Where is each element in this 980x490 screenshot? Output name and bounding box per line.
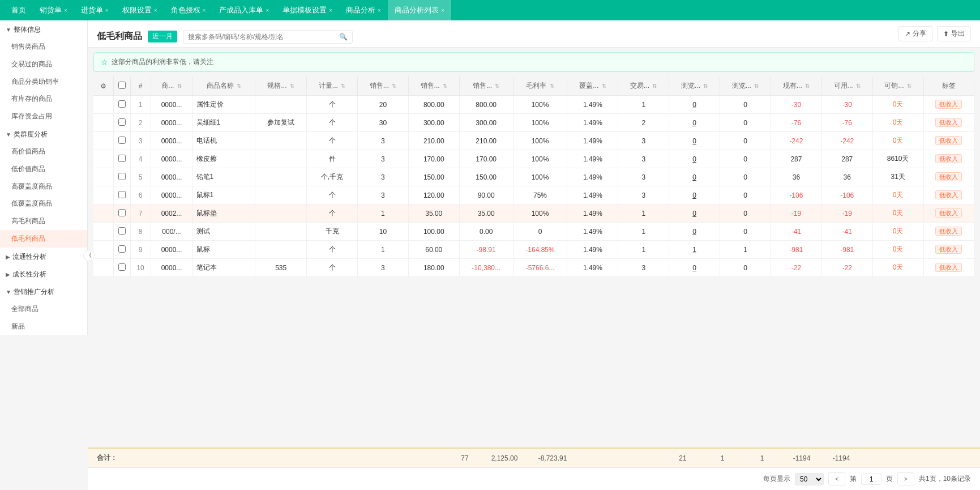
name-col-header[interactable]: 商品名称 ⇅: [192, 76, 255, 96]
current-col-header[interactable]: 现有... ⇅: [771, 76, 821, 96]
nav-close-icon[interactable]: ×: [203, 7, 206, 14]
sidebar-item-商品分类助销率[interactable]: 商品分类助销率: [0, 73, 87, 91]
cover-rate-col-header[interactable]: 覆盖... ⇅: [567, 76, 618, 96]
sales-amount-col-header[interactable]: 销售... ⇅: [459, 76, 513, 96]
checkbox-cell[interactable]: [113, 96, 130, 114]
share-button[interactable]: ↗ 分享: [898, 26, 932, 41]
gross-rate-col-header[interactable]: 毛利率 ⇅: [513, 76, 567, 96]
index-col-header[interactable]: #: [130, 76, 151, 96]
nav-close-icon[interactable]: ×: [441, 7, 444, 14]
sidebar-section-整体信息[interactable]: ▼整体信息: [0, 20, 87, 38]
nav-item-商品分析列表[interactable]: 商品分析列表×: [388, 0, 451, 20]
code-col-header[interactable]: 商... ⇅: [151, 76, 192, 96]
name-cell[interactable]: 鼠标垫: [192, 204, 255, 223]
sidebar-item-高覆盖度商品[interactable]: 高覆盖度商品: [0, 178, 87, 195]
view1-cell[interactable]: 0: [669, 150, 720, 168]
view1-cell[interactable]: 0: [669, 223, 720, 241]
nav-close-icon[interactable]: ×: [378, 7, 381, 14]
nav-item-销货单[interactable]: 销货单×: [33, 0, 74, 20]
sidebar-section-营销推广分析[interactable]: ▼营销推广分析: [0, 283, 87, 300]
search-input[interactable]: [188, 33, 339, 41]
unit-col-header[interactable]: 计量... ⇅: [307, 76, 358, 96]
view1-cell[interactable]: 0: [669, 259, 720, 277]
nav-item-产成品入库单[interactable]: 产成品入库单×: [212, 0, 276, 20]
checkbox-cell[interactable]: [113, 241, 130, 259]
sidebar-item-交易过的商品[interactable]: 交易过的商品: [0, 56, 87, 73]
sidebar-collapse-button[interactable]: 《: [83, 250, 95, 261]
nav-close-icon[interactable]: ×: [105, 7, 109, 14]
available-col-header[interactable]: 可用... ⇅: [821, 76, 872, 96]
page-size-select[interactable]: 50 100 200: [795, 473, 824, 485]
view1-col-header[interactable]: 浏览... ⇅: [669, 76, 720, 96]
nav-item-首页[interactable]: 首页: [5, 0, 33, 20]
prev-page-button[interactable]: ＜: [828, 472, 845, 485]
view1-cell[interactable]: 0: [669, 96, 720, 114]
select-all-checkbox[interactable]: [118, 82, 126, 89]
checkbox-cell[interactable]: [113, 223, 130, 241]
view2-col-header[interactable]: 浏览... ⇅: [720, 76, 771, 96]
view1-cell[interactable]: 0: [669, 186, 720, 204]
view1-cell[interactable]: 0: [669, 168, 720, 186]
row-checkbox[interactable]: [118, 173, 126, 180]
name-cell[interactable]: 电话机: [192, 132, 255, 150]
view1-cell[interactable]: 0: [669, 114, 720, 132]
view1-cell[interactable]: 0: [669, 132, 720, 150]
trade-col-header[interactable]: 交易... ⇅: [618, 76, 669, 96]
name-cell[interactable]: 笔记本: [192, 259, 255, 277]
sidebar-section-流通性分析[interactable]: ▶流通性分析: [0, 248, 87, 265]
nav-item-商品分析[interactable]: 商品分析×: [339, 0, 388, 20]
tag-col-header[interactable]: 标签: [923, 76, 974, 96]
sidebar-item-低毛利商品[interactable]: 低毛利商品: [0, 230, 87, 248]
export-button[interactable]: ⬆ 导出: [937, 26, 971, 41]
sidebar-item-库存资金占用[interactable]: 库存资金占用: [0, 108, 87, 125]
salable-col-header[interactable]: 可销... ⇅: [872, 76, 923, 96]
name-cell[interactable]: 测试: [192, 223, 255, 241]
row-checkbox[interactable]: [118, 245, 126, 253]
row-checkbox[interactable]: [118, 227, 126, 235]
next-page-button[interactable]: ＞: [897, 472, 914, 485]
view1-cell[interactable]: 0: [669, 204, 720, 223]
sidebar-item-全部商品[interactable]: 全部商品: [0, 300, 87, 318]
sidebar-item-高价值商品[interactable]: 高价值商品: [0, 143, 87, 160]
row-checkbox[interactable]: [118, 209, 126, 216]
view1-cell[interactable]: 1: [669, 241, 720, 259]
sidebar-item-低覆盖度商品[interactable]: 低覆盖度商品: [0, 195, 87, 212]
name-cell[interactable]: 属性定价: [192, 96, 255, 114]
checkbox-cell[interactable]: [113, 132, 130, 150]
checkbox-cell[interactable]: [113, 150, 130, 168]
row-checkbox[interactable]: [118, 155, 126, 162]
time-filter-button[interactable]: 近一月: [148, 31, 177, 42]
name-cell[interactable]: 橡皮擦: [192, 150, 255, 168]
name-cell[interactable]: 鼠标1: [192, 186, 255, 204]
sidebar-item-销售类商品[interactable]: 销售类商品: [0, 38, 87, 56]
sidebar-item-高毛利商品[interactable]: 高毛利商品: [0, 212, 87, 230]
nav-close-icon[interactable]: ×: [64, 7, 67, 14]
settings-col-header[interactable]: ⚙: [93, 76, 113, 96]
checkbox-cell[interactable]: [113, 259, 130, 277]
sales-qty-col-header[interactable]: 销售... ⇅: [357, 76, 408, 96]
nav-item-权限设置[interactable]: 权限设置×: [115, 0, 164, 20]
sidebar-item-低价值商品[interactable]: 低价值商品: [0, 160, 87, 178]
name-cell[interactable]: 铅笔1: [192, 168, 255, 186]
checkbox-cell[interactable]: [113, 186, 130, 204]
row-checkbox[interactable]: [118, 118, 126, 126]
nav-item-进货单[interactable]: 进货单×: [74, 0, 115, 20]
nav-close-icon[interactable]: ×: [154, 7, 157, 14]
row-checkbox[interactable]: [118, 191, 126, 198]
nav-item-角色授权[interactable]: 角色授权×: [164, 0, 213, 20]
checkbox-cell[interactable]: [113, 114, 130, 132]
checkbox-cell[interactable]: [113, 204, 130, 223]
name-cell[interactable]: 鼠标: [192, 241, 255, 259]
spec-col-header[interactable]: 规格... ⇅: [255, 76, 307, 96]
nav-close-icon[interactable]: ×: [266, 7, 269, 14]
sidebar-item-新品[interactable]: 新品: [0, 318, 87, 335]
checkbox-cell[interactable]: [113, 168, 130, 186]
row-checkbox[interactable]: [118, 137, 126, 144]
nav-close-icon[interactable]: ×: [329, 7, 332, 14]
name-cell[interactable]: 吴细细1: [192, 114, 255, 132]
checkbox-col-header[interactable]: [113, 76, 130, 96]
nav-item-单据模板设置[interactable]: 单据模板设置×: [276, 0, 339, 20]
sales-price-col-header[interactable]: 销售... ⇅: [408, 76, 459, 96]
search-icon[interactable]: 🔍: [339, 33, 348, 41]
sidebar-item-有库存的商品[interactable]: 有库存的商品: [0, 90, 87, 108]
